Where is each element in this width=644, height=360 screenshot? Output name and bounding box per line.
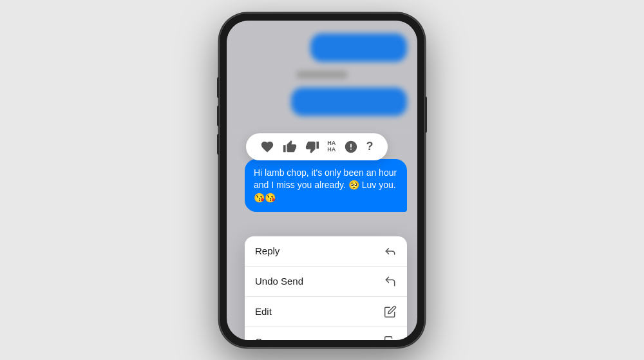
phone-screen: HAHA ? Hi lamb chop, it's only been an h… bbox=[227, 21, 417, 340]
undo-icon bbox=[384, 275, 397, 288]
reaction-haha[interactable]: HAHA bbox=[327, 140, 336, 153]
menu-item-copy[interactable]: Copy bbox=[245, 327, 407, 340]
menu-label-reply: Reply bbox=[255, 245, 279, 256]
reaction-question[interactable]: ? bbox=[366, 140, 374, 153]
menu-item-edit[interactable]: Edit bbox=[245, 297, 407, 327]
context-menu: Reply Undo Send Edit bbox=[245, 236, 407, 340]
edit-icon bbox=[384, 305, 397, 318]
menu-label-undo-send: Undo Send bbox=[255, 276, 303, 287]
menu-item-reply[interactable]: Reply bbox=[245, 236, 407, 267]
reply-icon bbox=[384, 245, 397, 258]
reaction-thumbs-up[interactable] bbox=[283, 140, 297, 154]
phone-wrapper: HAHA ? Hi lamb chop, it's only been an h… bbox=[219, 13, 425, 348]
copy-icon bbox=[384, 336, 397, 340]
message-bubble: Hi lamb chop, it's only been an hour and… bbox=[245, 159, 407, 213]
reaction-thumbs-down[interactable] bbox=[305, 140, 319, 154]
reaction-exclaim[interactable] bbox=[344, 140, 358, 154]
reaction-bar: HAHA ? bbox=[246, 133, 388, 160]
message-text: Hi lamb chop, it's only been an hour and… bbox=[254, 167, 397, 203]
menu-label-edit: Edit bbox=[255, 306, 272, 317]
menu-label-copy: Copy bbox=[255, 336, 278, 340]
reaction-heart[interactable] bbox=[260, 140, 274, 154]
menu-item-undo-send[interactable]: Undo Send bbox=[245, 267, 407, 297]
